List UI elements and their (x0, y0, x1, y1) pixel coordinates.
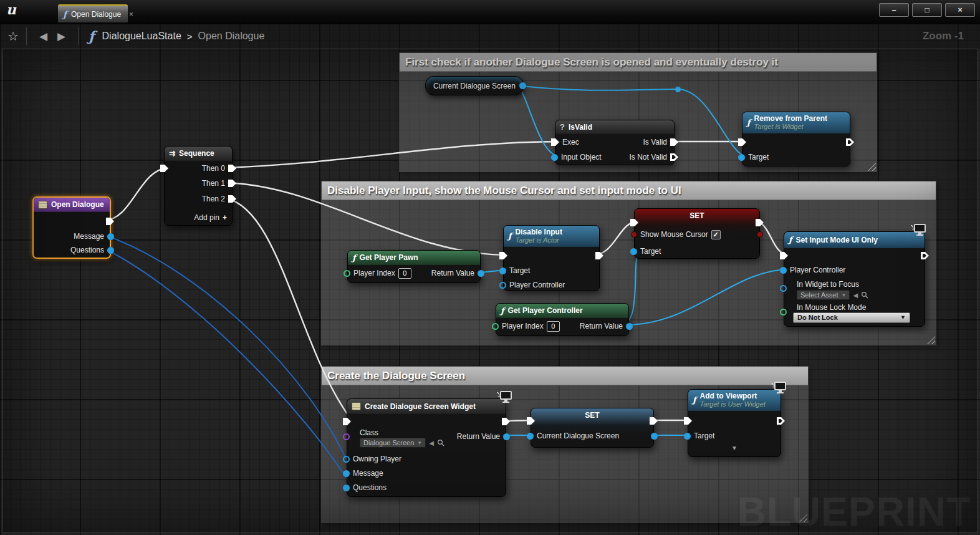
maximize-button[interactable]: □ (912, 3, 942, 17)
close-button[interactable]: × (945, 3, 975, 17)
node-disable-input[interactable]: ƒ Disable Input Target is Actor Target P… (503, 225, 600, 291)
questions-out-pin[interactable] (107, 247, 114, 254)
use-selected-asset-icon[interactable]: ◀ (429, 440, 434, 446)
breadcrumb-current[interactable]: Open Dialogue (198, 31, 265, 42)
node-open-dialogue[interactable]: Open Dialogue Message Questions (32, 196, 111, 259)
node-set-show-mouse-cursor[interactable]: SET Show Mouse Cursor✓ Target (634, 208, 760, 259)
exec-in-pin[interactable] (343, 418, 351, 425)
isnotvalid-out-pin[interactable] (670, 153, 678, 161)
exec-in-pin[interactable] (780, 252, 788, 259)
node-isvalid[interactable]: ? IsValid Exec Is Valid Input Object Is … (555, 120, 675, 165)
message-out-pin[interactable] (107, 233, 114, 240)
return-value-pin[interactable] (478, 270, 484, 277)
target-pin[interactable] (684, 433, 691, 440)
breadcrumb-root[interactable]: DialogueLuaState (102, 31, 181, 42)
node-set-input-mode-ui-only[interactable]: ƒ Set Input Mode UI Only Player Controll… (784, 231, 925, 327)
in-widget-to-focus-pin[interactable] (780, 285, 787, 292)
comment-resize-handle[interactable] (868, 163, 876, 171)
in-mouse-lock-mode-pin[interactable] (780, 309, 787, 316)
message-pin[interactable] (343, 470, 350, 477)
node-set-current-dialogue-screen[interactable]: SET Current Dialogue Screen (531, 408, 654, 448)
player-index-field[interactable]: 0 (398, 268, 411, 279)
exec-in-pin[interactable] (630, 219, 638, 226)
pin-label: Message (353, 469, 383, 478)
forward-arrow-icon[interactable]: ▶ (57, 30, 65, 43)
input-object-pin[interactable] (551, 154, 558, 161)
comment-resize-handle[interactable] (799, 514, 807, 522)
exec-out-pin[interactable] (595, 252, 603, 259)
show-mouse-cursor-pin[interactable] (631, 231, 637, 238)
function-icon: ƒ (63, 9, 67, 19)
node-create-dialogue-screen-widget[interactable]: Create Dialogue Screen Widget Class Dial… (347, 398, 506, 497)
then1-out-pin[interactable] (228, 180, 236, 187)
advanced-expander-icon[interactable]: ▼ (688, 445, 781, 451)
value-out-pin[interactable] (651, 433, 658, 440)
return-value-pin[interactable] (626, 323, 633, 330)
exec-in-pin[interactable] (527, 417, 535, 425)
tab-close-icon[interactable]: × (129, 10, 133, 19)
exec-out-pin[interactable] (106, 218, 114, 225)
exec-out-pin[interactable] (502, 418, 510, 425)
node-get-player-controller[interactable]: ƒ Get Player Controller Player Index0 Re… (496, 303, 629, 336)
node-sequence[interactable]: ⇉ Sequence Then 0 Then 1 Then 2 Add pin+ (164, 146, 233, 226)
show-mouse-cursor-checkbox[interactable]: ✓ (711, 230, 721, 239)
player-index-field[interactable]: 0 (547, 321, 560, 332)
tab-open-dialogue[interactable]: ƒ Open Dialogue × (58, 4, 128, 22)
minimize-button[interactable]: – (879, 3, 909, 17)
exec-out-pin[interactable] (777, 417, 785, 425)
pin-label: Is Valid (643, 138, 667, 147)
select-asset-dropdown[interactable]: Select Asset▼ (797, 290, 850, 300)
bool-out-pin[interactable] (757, 231, 763, 238)
comment-title[interactable]: Disable Player Input, show the Mouse Cur… (322, 181, 936, 200)
exec-out-pin[interactable] (846, 138, 854, 146)
mouse-lock-mode-dropdown[interactable]: Do Not Lock▼ (793, 312, 910, 323)
target-pin[interactable] (630, 248, 637, 255)
add-pin-button[interactable]: Add pin+ (194, 213, 227, 223)
then2-out-pin[interactable] (228, 195, 236, 203)
exec-in-pin[interactable] (684, 417, 692, 425)
class-dropdown[interactable]: Dialogue Screen▼ (360, 438, 426, 448)
plus-icon: + (223, 213, 227, 222)
browse-asset-icon[interactable] (861, 291, 868, 299)
questions-pin[interactable] (343, 484, 350, 491)
pin-label: Target (509, 266, 530, 275)
exec-in-pin[interactable] (738, 138, 746, 146)
node-add-to-viewport[interactable]: ƒ Add to Viewport Target is User Widget … (688, 389, 781, 457)
use-selected-asset-icon[interactable]: ◀ (853, 292, 858, 299)
exec-in-pin[interactable] (551, 138, 559, 146)
exec-out-pin[interactable] (756, 219, 764, 226)
back-arrow-icon[interactable]: ◀ (39, 30, 47, 43)
widget-icon (352, 402, 361, 410)
player-index-pin[interactable] (492, 323, 499, 330)
return-value-pin[interactable] (503, 433, 510, 440)
player-controller-pin[interactable] (780, 267, 787, 274)
exec-in-pin[interactable] (160, 165, 168, 172)
comment-title[interactable]: First check if another Dialogue Screen i… (400, 53, 877, 72)
variable-label: Current Dialogue Screen (433, 82, 516, 90)
node-remove-from-parent[interactable]: ƒ Remove from Parent Target is Widget Ta… (742, 112, 850, 166)
value-in-pin[interactable] (527, 433, 534, 440)
pin-label: Class (360, 428, 378, 437)
node-get-current-dialogue-screen[interactable]: Current Dialogue Screen (425, 76, 524, 95)
node-get-player-pawn[interactable]: ƒ Get Player Pawn Player Index0 Return V… (347, 250, 481, 283)
target-pin[interactable] (738, 154, 745, 161)
favorite-star-icon[interactable]: ☆ (7, 29, 19, 44)
isvalid-out-pin[interactable] (670, 138, 678, 146)
exec-out-pin[interactable] (650, 417, 658, 425)
owning-player-pin[interactable] (343, 456, 350, 463)
exec-in-pin[interactable] (499, 252, 507, 259)
client-only-monitor-icon (495, 390, 512, 404)
browse-asset-icon[interactable] (437, 439, 444, 446)
class-pin[interactable] (343, 433, 350, 440)
function-icon: ƒ (89, 28, 94, 44)
pin-label: Player Index (502, 322, 544, 330)
exec-out-pin[interactable] (921, 252, 929, 259)
player-controller-pin[interactable] (499, 282, 506, 289)
function-icon: ƒ (501, 306, 504, 316)
player-index-pin[interactable] (343, 270, 350, 277)
then0-out-pin[interactable] (228, 165, 236, 172)
value-out-pin[interactable] (519, 82, 526, 89)
comment-resize-handle[interactable] (927, 336, 935, 344)
target-pin[interactable] (499, 268, 506, 274)
comment-title[interactable]: Create the Dialogue Screen (322, 367, 808, 385)
